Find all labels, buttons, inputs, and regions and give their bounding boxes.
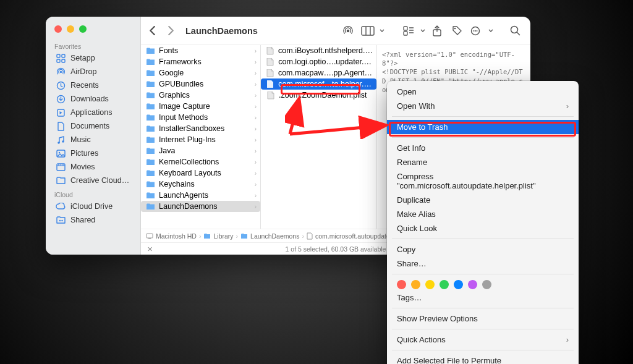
folder-row[interactable]: LaunchDaemons› bbox=[141, 201, 260, 212]
path-segment[interactable]: Library bbox=[213, 232, 233, 240]
menu-open[interactable]: Open bbox=[387, 85, 579, 99]
sidebar-item[interactable]: iCloud Drive bbox=[46, 200, 140, 213]
menu-permute[interactable]: Add Selected File to Permute bbox=[387, 353, 579, 364]
sidebar-item[interactable]: Music bbox=[46, 133, 140, 146]
folder-row[interactable]: Graphics› bbox=[141, 90, 260, 101]
chevron-right-icon: › bbox=[255, 192, 257, 199]
folder-row[interactable]: Internet Plug-Ins› bbox=[141, 134, 260, 145]
menu-make-alias[interactable]: Make Alias bbox=[387, 207, 579, 221]
sidebar-item-label: Pictures bbox=[70, 149, 98, 158]
file-row[interactable]: com.microsof…te.helper.plist bbox=[261, 78, 376, 90]
zoom-window-button[interactable] bbox=[79, 25, 87, 33]
tag-icon[interactable] bbox=[449, 23, 465, 39]
folder-row[interactable]: KernelCollections› bbox=[141, 156, 260, 167]
menu-rename[interactable]: Rename bbox=[387, 155, 579, 169]
folder-icon bbox=[146, 158, 155, 166]
folder-row[interactable]: Fonts› bbox=[141, 45, 260, 56]
folder-row[interactable]: Keyboard Layouts› bbox=[141, 167, 260, 179]
file-row[interactable]: com.iBoysoft.ntfshelperd.plist bbox=[261, 45, 376, 56]
folder-row[interactable]: Image Capture› bbox=[141, 101, 260, 112]
chevron-right-icon: › bbox=[255, 170, 257, 177]
share-icon[interactable] bbox=[429, 23, 445, 39]
folder-name: Java bbox=[159, 146, 175, 155]
sidebar-item[interactable]: Pictures bbox=[46, 146, 140, 160]
menu-tags[interactable]: Tags… bbox=[387, 290, 579, 305]
sidebar-item[interactable]: Creative Cloud… bbox=[46, 174, 140, 187]
tag-color[interactable] bbox=[482, 280, 491, 289]
tag-color[interactable] bbox=[468, 280, 477, 289]
menu-move-to-trash[interactable]: Move to Trash bbox=[387, 120, 579, 134]
tag-color[interactable] bbox=[440, 280, 449, 289]
download-icon bbox=[56, 94, 66, 104]
sidebar-item-label: iCloud Drive bbox=[70, 202, 113, 211]
folder-name: Keychains bbox=[159, 180, 195, 188]
menu-copy[interactable]: Copy bbox=[387, 242, 579, 256]
sidebar-item-label: Creative Cloud… bbox=[70, 176, 129, 185]
file-row[interactable]: .zoom.ZoomDaemon.plist bbox=[261, 90, 376, 101]
chevron-right-icon: › bbox=[255, 70, 257, 77]
folder-row[interactable]: Keychains› bbox=[141, 179, 260, 190]
close-window-button[interactable] bbox=[54, 25, 62, 33]
path-segment[interactable]: Macintosh HD bbox=[156, 232, 197, 240]
document-icon bbox=[266, 80, 274, 88]
path-segment[interactable]: LaunchDaemons bbox=[250, 232, 299, 240]
sidebar-item[interactable]: Shared bbox=[46, 213, 140, 227]
menu-quick-actions[interactable]: Quick Actions› bbox=[387, 332, 579, 347]
tag-color[interactable] bbox=[397, 280, 406, 289]
menu-quick-look[interactable]: Quick Look bbox=[387, 221, 579, 235]
file-row[interactable]: com.macpaw….pp.Agent.plist bbox=[261, 67, 376, 78]
minimize-window-button[interactable] bbox=[67, 25, 74, 33]
document-icon bbox=[266, 47, 274, 55]
file-column[interactable]: com.iBoysoft.ntfshelperd.plistcom.logi.o… bbox=[261, 45, 377, 229]
folder-row[interactable]: Java› bbox=[141, 145, 260, 156]
svg-point-13 bbox=[59, 220, 60, 221]
folder-row[interactable]: GPUBundles› bbox=[141, 78, 260, 90]
chevron-right-icon: › bbox=[255, 59, 257, 66]
folder-row[interactable]: Frameworks› bbox=[141, 56, 260, 67]
hide-pathbar-button[interactable]: ✕ bbox=[147, 245, 153, 253]
file-row[interactable]: com.logi.optio….updater.plist bbox=[261, 56, 376, 67]
tag-color[interactable] bbox=[454, 280, 463, 289]
folder-name: GPUBundles bbox=[159, 80, 203, 88]
forward-button[interactable] bbox=[163, 23, 178, 38]
chevron-down-icon[interactable] bbox=[380, 23, 384, 39]
airdrop-icon[interactable] bbox=[340, 23, 356, 39]
chevron-right-icon: › bbox=[255, 81, 257, 88]
view-columns-icon[interactable] bbox=[360, 23, 376, 39]
actions-icon[interactable] bbox=[469, 23, 485, 39]
chevron-down-icon[interactable] bbox=[420, 23, 425, 39]
folder-column[interactable]: Fonts›Frameworks›Google›GPUBundles›Graph… bbox=[141, 45, 261, 229]
svg-rect-1 bbox=[62, 54, 65, 57]
folder-row[interactable]: Input Methods› bbox=[141, 112, 260, 123]
menu-open-with[interactable]: Open With› bbox=[387, 99, 579, 113]
sidebar-item[interactable]: AirDrop bbox=[46, 65, 140, 78]
menu-share[interactable]: Share… bbox=[387, 256, 579, 271]
tag-color[interactable] bbox=[425, 280, 435, 289]
tag-color[interactable] bbox=[411, 280, 420, 289]
folder-name: LaunchAgents bbox=[159, 191, 208, 200]
chevron-down-icon[interactable] bbox=[488, 23, 493, 39]
sidebar-item[interactable]: Applications bbox=[46, 106, 140, 119]
menu-duplicate[interactable]: Duplicate bbox=[387, 193, 579, 207]
menu-tags-row bbox=[387, 277, 579, 290]
sidebar-item[interactable]: Downloads bbox=[46, 92, 140, 106]
sidebar-item[interactable]: Documents bbox=[46, 119, 140, 133]
group-icon[interactable] bbox=[401, 23, 417, 39]
menu-preview-options[interactable]: Show Preview Options bbox=[387, 311, 579, 326]
document-icon bbox=[266, 58, 274, 66]
back-button[interactable] bbox=[145, 23, 159, 38]
folder-row[interactable]: InstallerSandboxes› bbox=[141, 123, 260, 134]
folder-row[interactable]: Google› bbox=[141, 67, 260, 78]
chevron-right-icon: › bbox=[255, 114, 257, 121]
folder-row[interactable]: LaunchAgents› bbox=[141, 190, 260, 201]
menu-compress[interactable]: Compress "com.microsoft.autoupdate.helpe… bbox=[387, 169, 579, 193]
menu-get-info[interactable]: Get Info bbox=[387, 141, 579, 155]
sidebar-item[interactable]: Setapp bbox=[46, 51, 140, 65]
sidebar-item[interactable]: Movies bbox=[46, 160, 140, 174]
search-icon[interactable] bbox=[507, 23, 523, 39]
menu-separator bbox=[392, 137, 574, 138]
movie-icon bbox=[56, 162, 66, 172]
folder-name: InstallerSandboxes bbox=[159, 124, 224, 133]
sidebar-item[interactable]: Recents bbox=[46, 78, 140, 92]
menu-separator bbox=[392, 116, 574, 117]
